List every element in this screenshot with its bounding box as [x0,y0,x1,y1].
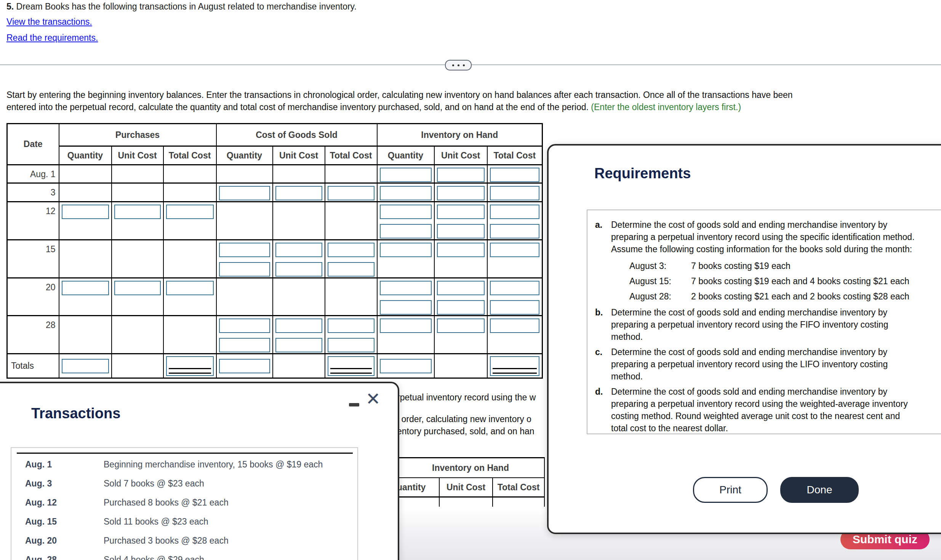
transaction-row: Aug. 15Sold 11 books @ $23 each [25,512,208,531]
input-28-cogs-total-1[interactable] [328,318,374,333]
instructions-line-1: Start by entering the beginning inventor… [6,90,793,100]
input-20-purch-unit[interactable] [114,281,161,295]
problem-text: Dream Books has the following transactio… [14,2,357,11]
more-options-button[interactable] [445,60,472,70]
costing-info-row: August 15: 7 books costing $19 each and … [629,274,941,289]
col-header-total-cost: Total Cost [163,146,216,165]
transaction-row: Aug. 28Sold 4 books @ $29 each [25,550,204,560]
view-transactions-link[interactable]: View the transactions. [6,17,92,27]
input-15-cogs-total-2[interactable] [328,262,374,277]
input-20-purch-total[interactable] [166,281,214,295]
transaction-row: Aug. 20Purchased 3 books @ $28 each [25,531,229,550]
input-12-inv-total-1[interactable] [490,205,540,219]
input-20-inv-total-2[interactable] [490,300,540,315]
requirement-b: b. Determine the cost of goods sold and … [595,306,941,343]
row-date: 12 [7,202,59,240]
input-aug1-inv-qty[interactable] [380,168,432,182]
transactions-list: Aug. 1Beginning merchandise inventory, 1… [11,447,358,560]
input-20-inv-qty-2[interactable] [380,300,432,315]
requirements-dialog: Requirements a. Determine the cost of go… [547,144,941,534]
input-3-inv-qty[interactable] [380,186,432,200]
group-header-purchases: Purchases [59,124,216,146]
input-28-inv-unit[interactable] [437,318,485,333]
background-inventory-mini-table: Inventory on Hand uantity Unit Cost Tota… [396,457,545,507]
background-text-fragment: entory purchased, sold, and on han [397,426,535,437]
input-12-inv-unit-2[interactable] [437,224,485,238]
mini-col-total-cost: Total Cost [493,478,544,496]
input-20-purch-qty[interactable] [62,281,109,295]
group-header-cogs: Cost of Goods Sold [216,124,377,146]
input-28-cogs-unit-1[interactable] [275,318,322,333]
input-28-cogs-unit-2[interactable] [275,338,322,352]
input-aug1-inv-unit[interactable] [437,168,485,182]
input-12-purch-qty[interactable] [62,205,109,219]
input-3-inv-total[interactable] [490,186,540,200]
requirement-c: c. Determine the cost of goods sold and … [595,346,941,382]
requirements-box: a. Determine the cost of goods sold and … [587,210,941,434]
input-total-inv-qty[interactable] [380,359,432,373]
input-3-cogs-qty[interactable] [219,186,270,200]
input-20-inv-unit-2[interactable] [437,300,485,315]
input-15-cogs-total-1[interactable] [328,243,374,257]
costing-info-row: August 28: 2 books costing $21 each and … [629,289,941,304]
transaction-row: Aug. 12Purchased 8 books @ $21 each [25,493,229,512]
ellipsis-icon [452,64,454,66]
costing-info-row: August 3: 7 books costing $19 each [629,258,941,274]
transaction-row: Aug. 1Beginning merchandise inventory, 1… [25,455,323,474]
input-15-cogs-qty-1[interactable] [219,243,270,257]
input-12-inv-unit-1[interactable] [437,205,485,219]
input-20-inv-qty-1[interactable] [380,281,432,295]
table-row-aug3: 3 [7,183,543,202]
read-requirements-link[interactable]: Read the requirements. [6,33,98,43]
input-3-inv-unit[interactable] [437,186,485,200]
input-15-inv-total[interactable] [490,243,540,257]
transaction-row: Aug. 3Sold 7 books @ $23 each [25,474,204,493]
input-12-inv-qty-1[interactable] [380,205,432,219]
input-3-cogs-total[interactable] [328,186,374,200]
input-20-inv-total-1[interactable] [490,281,540,295]
input-28-cogs-total-2[interactable] [328,338,374,352]
table-row-totals: Totals [7,354,543,378]
input-20-inv-unit-1[interactable] [437,281,485,295]
minimize-icon[interactable] [349,403,359,406]
input-total-purch-cost[interactable] [166,356,214,376]
requirement-d: d. Determine the cost of goods sold and … [595,386,941,434]
input-15-cogs-qty-2[interactable] [219,262,270,277]
input-28-cogs-qty-2[interactable] [219,338,270,352]
input-12-purch-unit[interactable] [114,205,161,219]
input-aug1-inv-total[interactable] [490,168,540,182]
requirement-a: a. Determine the cost of goods sold and … [595,219,941,255]
input-total-cogs-cost[interactable] [328,356,374,376]
input-28-inv-qty[interactable] [380,318,432,333]
mini-table-title: Inventory on Hand [396,458,545,477]
input-12-inv-qty-2[interactable] [380,224,432,238]
print-button[interactable]: Print [693,477,768,503]
double-rule [330,368,372,374]
background-text-fragment: rpetual inventory record using the w [397,392,536,403]
input-15-cogs-unit-2[interactable] [275,262,322,277]
input-12-purch-total[interactable] [166,205,214,219]
input-28-inv-total[interactable] [490,318,540,333]
input-12-inv-total-2[interactable] [490,224,540,238]
input-3-cogs-unit[interactable] [275,186,322,200]
quiz-page: 5. Dream Books has the following transac… [0,0,941,560]
input-total-inv-cost[interactable] [490,356,540,376]
double-rule [169,368,211,374]
table-row-aug28: 28 [7,316,543,354]
input-15-inv-unit[interactable] [437,243,485,257]
totals-label: Totals [7,354,59,378]
input-15-inv-qty[interactable] [380,243,432,257]
instructions-line-2: entered into the perpetual record, calcu… [6,102,741,112]
close-icon[interactable]: ✕ [366,390,381,408]
input-28-cogs-qty-1[interactable] [219,318,270,333]
problem-number: 5. [6,2,14,11]
background-text-fragment: l order, calculating new inventory o [397,414,531,424]
mini-col-unit-cost: Unit Cost [440,478,492,496]
input-total-cogs-qty[interactable] [219,359,270,373]
done-button[interactable]: Done [780,477,859,503]
input-total-purch-qty[interactable] [62,359,109,373]
input-15-cogs-unit-1[interactable] [275,243,322,257]
double-rule [493,368,537,374]
transactions-dialog-title: Transactions [31,405,120,422]
row-date: 28 [7,316,59,354]
